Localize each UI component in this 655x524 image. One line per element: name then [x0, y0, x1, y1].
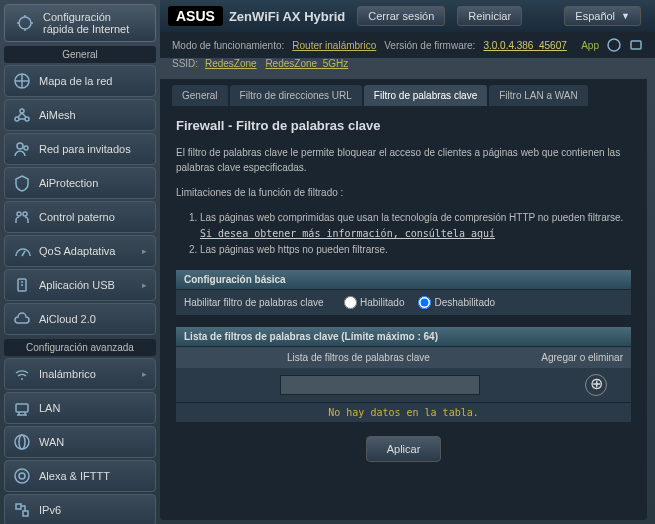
- sidebar-item-label: AiMesh: [39, 109, 76, 121]
- list-header: Lista de filtros de palabras clave (Lími…: [176, 327, 631, 346]
- sidebar-item-usb[interactable]: Aplicación USB ▸: [4, 269, 156, 301]
- radio-disabled[interactable]: [418, 296, 431, 309]
- app-link[interactable]: App: [581, 40, 599, 51]
- tab-general[interactable]: General: [172, 85, 228, 106]
- feedback-icon[interactable]: [629, 38, 643, 52]
- limit-item-2: Las páginas web https no pueden filtrars…: [200, 242, 631, 258]
- radio-disabled-label[interactable]: Deshabilitado: [418, 296, 495, 309]
- chevron-down-icon: ▼: [621, 11, 630, 21]
- limit-item-1: Las páginas web comprimidas que usan la …: [200, 210, 631, 242]
- cloud-icon: [13, 310, 31, 328]
- reboot-button[interactable]: Reiniciar: [457, 6, 522, 26]
- section-advanced-label: Configuración avanzada: [4, 339, 156, 356]
- svg-point-5: [17, 143, 23, 149]
- col-keyword-header: Lista de filtros de palabras clave: [184, 352, 533, 363]
- language-label: Español: [575, 10, 615, 22]
- svg-point-13: [19, 435, 25, 449]
- svg-point-6: [24, 146, 28, 150]
- no-data-message: No hay datos en la tabla.: [176, 402, 631, 422]
- logout-button[interactable]: Cerrar sesión: [357, 6, 445, 26]
- sidebar-item-map[interactable]: Mapa de la red: [4, 65, 156, 97]
- tab-urlfilter[interactable]: Filtro de direcciones URL: [230, 85, 362, 106]
- sidebar-item-label: AiCloud 2.0: [39, 313, 96, 325]
- language-selector[interactable]: Español ▼: [564, 6, 641, 26]
- sidebar-item-aimesh[interactable]: AiMesh: [4, 99, 156, 131]
- chevron-right-icon: ▸: [142, 246, 147, 256]
- sidebar-item-label: Inalámbrico: [39, 368, 96, 380]
- enable-filter-label: Habilitar filtro de palabras clave: [184, 297, 344, 308]
- quick-setup-label-1: Configuración: [43, 11, 129, 23]
- svg-point-10: [21, 378, 23, 380]
- sidebar-item-lan[interactable]: LAN: [4, 392, 156, 424]
- sidebar-item-wireless[interactable]: Inalámbrico ▸: [4, 358, 156, 390]
- fw-version-link[interactable]: 3.0.0.4.386_45607: [483, 40, 566, 51]
- apply-button[interactable]: Aplicar: [366, 436, 442, 462]
- sidebar-item-aiprotection[interactable]: AiProtection: [4, 167, 156, 199]
- sidebar-item-parental[interactable]: Control paterno: [4, 201, 156, 233]
- chevron-right-icon: ▸: [142, 369, 147, 379]
- sidebar-item-label: Control paterno: [39, 211, 115, 223]
- lan-icon: [13, 399, 31, 417]
- svg-rect-17: [23, 511, 28, 516]
- section-general-label: General: [4, 46, 156, 63]
- page-title: Firewall - Filtro de palabras clave: [176, 118, 631, 133]
- limit-more-info-link[interactable]: Si desea obtener más información, consúl…: [200, 228, 495, 239]
- wifi-icon: [13, 365, 31, 383]
- sidebar-item-label: Aplicación USB: [39, 279, 115, 291]
- sidebar-item-label: IPv6: [39, 504, 61, 516]
- sidebar-item-aicloud[interactable]: AiCloud 2.0: [4, 303, 156, 335]
- svg-rect-11: [16, 404, 28, 412]
- radio-enabled[interactable]: [344, 296, 357, 309]
- sidebar-item-label: WAN: [39, 436, 64, 448]
- sidebar-item-guest[interactable]: Red para invitados: [4, 133, 156, 165]
- sidebar-item-label: Alexa & IFTTT: [39, 470, 110, 482]
- page-description: El filtro de palabras clave le permite b…: [176, 145, 631, 175]
- basic-config-header: Configuración básica: [176, 270, 631, 289]
- mode-label: Modo de funcionamiento:: [172, 40, 284, 51]
- svg-rect-21: [631, 41, 641, 49]
- sidebar-item-label: QoS Adaptativa: [39, 245, 115, 257]
- svg-point-0: [19, 17, 31, 29]
- svg-point-15: [19, 473, 25, 479]
- svg-point-4: [25, 117, 29, 121]
- sidebar-item-wan[interactable]: WAN: [4, 426, 156, 458]
- svg-point-14: [15, 469, 29, 483]
- quick-setup-button[interactable]: Configuración rápida de Internet: [4, 4, 156, 42]
- radio-enabled-label[interactable]: Habilitado: [344, 296, 404, 309]
- ssid2-link[interactable]: RedesZone_5GHz: [265, 58, 348, 69]
- network-icon: [13, 501, 31, 519]
- ssid1-link[interactable]: RedesZone: [205, 58, 257, 69]
- sidebar-item-ipv6[interactable]: IPv6: [4, 494, 156, 524]
- gauge-icon: [13, 242, 31, 260]
- voice-icon: [13, 467, 31, 485]
- shield-icon: [13, 174, 31, 192]
- chevron-right-icon: ▸: [142, 280, 147, 290]
- sidebar-item-label: Mapa de la red: [39, 75, 112, 87]
- svg-point-20: [608, 39, 620, 51]
- help-icon[interactable]: [607, 38, 621, 52]
- limits-label: Limitaciones de la función de filtrado :: [176, 185, 631, 200]
- mode-value-link[interactable]: Router inalámbrico: [292, 40, 376, 51]
- sidebar-item-qos[interactable]: QoS Adaptativa ▸: [4, 235, 156, 267]
- gear-wrench-icon: [13, 11, 37, 35]
- svg-point-8: [23, 212, 27, 216]
- svg-point-3: [15, 117, 19, 121]
- brand-logo: ASUS: [168, 6, 223, 26]
- sidebar-item-alexa[interactable]: Alexa & IFTTT: [4, 460, 156, 492]
- fw-label: Versión de firmware:: [384, 40, 475, 51]
- svg-point-2: [20, 109, 24, 113]
- keyword-input[interactable]: [280, 375, 480, 395]
- sidebar-item-label: AiProtection: [39, 177, 98, 189]
- col-action-header: Agregar o eliminar: [533, 352, 623, 363]
- globe-icon: [13, 72, 31, 90]
- model-name: ZenWiFi AX Hybrid: [229, 9, 345, 24]
- svg-point-7: [17, 212, 21, 216]
- quick-setup-label-2: rápida de Internet: [43, 23, 129, 35]
- usb-icon: [13, 276, 31, 294]
- ssid-label: SSID:: [172, 58, 198, 69]
- tab-keyword[interactable]: Filtro de palabras clave: [364, 85, 487, 106]
- add-button[interactable]: ⊕: [585, 374, 607, 396]
- family-icon: [13, 208, 31, 226]
- users-icon: [13, 140, 31, 158]
- tab-lanwan[interactable]: Filtro LAN a WAN: [489, 85, 588, 106]
